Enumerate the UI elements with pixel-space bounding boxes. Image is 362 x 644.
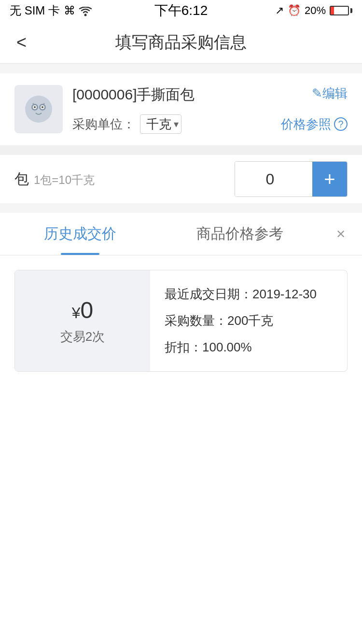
sim-status: 无 SIM 卡 [10,3,60,18]
quantity-row: 包 1包=10千克 + [0,155,362,203]
recent-date-value: 2019-12-30 [252,287,317,301]
discount-value: 100.00% [202,340,252,354]
purchase-unit-row: 采购单位： 千克 价格参照 ? [72,114,348,134]
tab-price-ref-label: 商品价格参考 [196,224,283,244]
history-price: ¥0 [72,297,94,323]
recent-date-label: 最近成交日期： [165,287,252,301]
qty-unit-desc: 1包=10千克 [34,172,95,188]
product-logo-icon [24,95,53,124]
product-thumbnail [14,85,63,133]
status-right: ↗ ⏰ 20% [275,4,352,17]
purchase-qty-label: 采购数量： [165,313,227,328]
price-value: 0 [81,297,94,323]
qty-unit-name: 包 [14,169,29,189]
unit-select-wrap[interactable]: 千克 [140,114,181,134]
recent-date-row: 最近成交日期：2019-12-30 [165,285,333,304]
quantity-plus-button[interactable]: + [312,162,347,196]
discount-row: 折扣：100.00% [165,338,333,357]
history-card: ¥0 交易2次 最近成交日期：2019-12-30 采购数量：200千克 折扣：… [14,270,348,372]
wifi-icon: ⌘ [64,4,92,17]
discount-label: 折扣： [165,340,202,354]
tab-close-button[interactable]: × [320,213,362,255]
nav-bar: < 填写商品采购信息 [0,21,362,64]
page-title: 填写商品采购信息 [115,31,247,54]
purchase-qty-value: 200千克 [227,313,273,328]
currency-symbol: ¥ [72,304,81,322]
purchase-qty-row: 采购数量：200千克 [165,311,333,330]
product-info: [0000006]手撕面包 采购单位： 千克 价格参照 ? [72,85,348,134]
svg-point-7 [42,106,43,108]
tab-price-ref[interactable]: 商品价格参考 [160,213,320,255]
history-right-panel: 最近成交日期：2019-12-30 采购数量：200千克 折扣：100.00% [150,270,347,371]
battery-indicator [330,6,352,15]
purchase-unit-label: 采购单位： [72,116,135,133]
qty-unit-info: 包 1包=10千克 [14,169,95,189]
tab-history-label: 历史成交价 [44,224,116,244]
history-left-panel: ¥0 交易2次 [15,270,150,371]
back-button[interactable]: < [12,28,31,57]
price-ref-link[interactable]: 价格参照 ? [281,116,348,133]
location-icon: ↗ [275,4,284,17]
status-left: 无 SIM 卡 ⌘ [10,3,92,18]
history-trades: 交易2次 [60,328,105,345]
status-time: 下午6:12 [154,1,208,20]
section-divider [0,145,362,155]
price-ref-label: 价格参照 [281,116,331,133]
quantity-input[interactable] [235,162,312,196]
help-icon[interactable]: ? [334,117,348,131]
qty-input-group: + [235,161,348,197]
svg-point-0 [84,14,86,16]
edit-link[interactable]: ✎编辑 [312,85,348,102]
svg-point-6 [34,106,36,108]
tab-history-price[interactable]: 历史成交价 [0,213,160,255]
product-card: [0000006]手撕面包 采购单位： 千克 价格参照 ? ✎编辑 [0,73,362,145]
main-content-area [0,386,362,644]
panel-tabs: 历史成交价 商品价格参考 × [0,213,362,255]
history-content: ¥0 交易2次 最近成交日期：2019-12-30 采购数量：200千克 折扣：… [0,255,362,386]
alarm-icon: ⏰ [288,4,301,17]
status-bar: 无 SIM 卡 ⌘ 下午6:12 ↗ ⏰ 20% [0,0,362,21]
product-name: [0000006]手撕面包 [72,85,348,105]
svg-point-1 [25,96,52,123]
unit-select[interactable]: 千克 [140,114,181,134]
battery-percent: 20% [305,4,326,17]
